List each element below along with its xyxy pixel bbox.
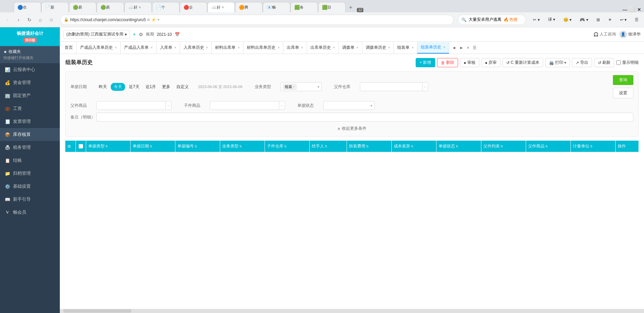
nav-tab-out-history[interactable]: 出库单历史 × [307,42,339,54]
search-bar[interactable]: 🔍 大量安卓用户逃离 🔥 热搜 [458,15,526,25]
sub-goods-more-btn[interactable]: ··· [279,101,285,110]
print-button[interactable]: 🖨️ 打印 ▾ [545,58,570,67]
nav-tab-close-4[interactable]: × [206,46,208,49]
browser-tab-9[interactable]: 🟠 腾 [235,2,263,12]
nav-tabs-left-arrow[interactable]: ◄ [451,45,457,51]
nav-tab-close-11[interactable]: × [412,46,414,49]
menu-btn[interactable]: ☰ [632,17,641,23]
back-button[interactable]: ‹ [3,15,12,25]
tab-close-8[interactable]: × [222,5,224,9]
calendar-icon[interactable]: 📅 [175,32,180,37]
parent-goods-field[interactable] [97,101,165,110]
note-input[interactable] [96,113,633,122]
close-window-button[interactable]: ✕ [637,7,641,12]
nav-tabs-more[interactable]: ☰ [471,45,478,51]
undo-btn[interactable]: ↩ ▾ [617,17,629,23]
nav-tabs-right-arrow[interactable]: ► [458,45,465,51]
th-bill-no[interactable]: 单据编号 ⇅ [175,141,220,152]
date-btn-7days[interactable]: 近7天 [126,83,142,91]
nav-tab-prod-in-history[interactable]: 产成品入库单历史 × [77,42,121,54]
service-button[interactable]: 🎧 人工咨询 [593,31,616,37]
browser-tab-2[interactable]: 📄 新 [41,2,69,12]
sidebar-item-archive[interactable]: 📁 归档管理 [0,167,60,180]
sidebar-item-guide[interactable]: 📖 新手引导 [0,193,60,206]
browser-tab-1[interactable]: 🔵 在 [14,2,41,12]
audit-button[interactable]: ● 审核 [460,58,479,67]
nav-tab-close-1[interactable]: × [115,46,117,49]
parent-warehouse-field[interactable] [360,83,422,91]
th-bill-date[interactable]: 单据日期 ⇅ [131,141,175,152]
sidebar-item-settings[interactable]: ⚙️ 基础设置 [0,180,60,193]
minimize-button[interactable]: — [622,7,627,12]
date-btn-1month[interactable]: 近1月 [143,83,159,91]
nav-tab-close-6[interactable]: × [278,46,280,49]
th-parent-goods[interactable]: 父件商品 ⇅ [526,141,571,152]
sidebar-item-inventory[interactable]: 📦 库存核算 [0,128,60,141]
emoji-btn[interactable]: 😊 ▾ [561,17,574,23]
nav-tab-mat-out[interactable]: 材料出库单 × [212,42,243,54]
browser-tab-4[interactable]: 🟢 易 [97,2,124,12]
nav-tab-close-8[interactable]: × [333,46,335,49]
browser-tab-12[interactable]: 🟩 目 [318,2,346,12]
nav-tab-close-3[interactable]: × [174,46,176,49]
nav-tab-close-9[interactable]: × [357,46,359,49]
nav-tab-close-2[interactable]: × [151,46,153,49]
abandon-button[interactable]: ● 弃审 [481,58,500,67]
th-checkbox[interactable] [76,141,86,152]
th-settings[interactable]: ⚙ [65,141,76,152]
refresh-button[interactable]: ↺ 刷新 [594,58,614,67]
sidebar-item-member[interactable]: V 畅会员 [0,206,60,219]
bookmark-button[interactable]: ☆ [46,15,56,25]
scroll-thumb[interactable] [63,309,132,313]
browser-tab-3[interactable]: 🟢 易 [69,2,96,12]
date-btn-today[interactable]: 今天 [111,83,125,91]
nav-tab-assembly[interactable]: 组装单 × [394,42,417,54]
show-detail-checkbox-label[interactable]: 显示明细 [616,60,639,66]
date-btn-custom[interactable]: 自定义 [174,83,191,91]
th-handler[interactable]: 经手人 ⇅ [310,141,347,152]
nav-tab-transfer[interactable]: 调拨单 × [339,42,362,54]
user-info[interactable]: 👤 徐泽华 [619,31,641,38]
browser-tab-6[interactable]: 📄 个 [152,2,179,12]
query-button[interactable]: 查询 [613,75,633,85]
nav-tab-prod-in[interactable]: 产成品入库单 × [121,42,157,54]
nav-tab-close-7[interactable]: × [301,46,303,49]
add-company-button[interactable]: + [133,31,136,38]
th-business-type[interactable]: 业务类型 ⇅ [220,141,265,152]
home-button[interactable]: ⌂ [36,15,45,25]
sub-goods-field[interactable] [210,101,279,110]
address-bar[interactable]: 🔒 https://cloud.chanjet.com/accounting/u… [60,15,454,25]
favorites-title[interactable]: ★ 收藏夹 [3,49,56,55]
th-unit[interactable]: 计量单位 ⇅ [571,141,616,152]
parent-warehouse-input[interactable]: ··· [360,82,428,91]
forward-button[interactable]: › [14,15,23,25]
company-selector[interactable]: (勿删勿禁用) 江西服宝测试专用 ▾ [63,30,130,39]
nav-tab-home[interactable]: 首页 [61,42,77,54]
nav-tab-close-5[interactable]: × [238,46,240,49]
sidebar-item-fixed-assets[interactable]: 🏢 固定资产 [0,89,60,102]
th-parent-list[interactable]: 父件列表 ⇅ [481,141,526,152]
nav-tab-in-history[interactable]: 入库单历史 × [180,42,212,54]
sun-btn[interactable]: ☀ [605,17,615,23]
business-type-select[interactable]: 组装 × ▾ [281,82,322,91]
nav-tab-assembly-history[interactable]: 组装单历史 × [417,42,449,54]
tab-close-5[interactable]: × [139,5,141,9]
sub-goods-input[interactable]: ··· [210,101,285,110]
th-bill-type[interactable]: 单据类型 ⇅ [86,141,131,152]
nav-tab-in[interactable]: 入库单 × [157,42,180,54]
scissors-btn[interactable]: ✂ ▾ [530,17,542,23]
horizontal-scrollbar[interactable] [60,309,644,313]
th-disassemble-fee[interactable]: 拆装费用 ⇅ [347,141,392,152]
sidebar-item-tax[interactable]: 🖨️ 税务管理 [0,141,60,154]
sidebar-item-reports[interactable]: 📊 云报表中心 [0,63,60,76]
recalculate-button[interactable]: ↺ C 重新计算成本 [502,58,543,67]
nav-tabs-close-all[interactable]: × [466,45,471,51]
sidebar-item-settle[interactable]: 📋 结账 [0,154,60,167]
translate-btn[interactable]: 译 ▾ [545,16,558,23]
th-sub-warehouse[interactable]: 子件仓库 ⇅ [265,141,310,152]
filter-settings-button[interactable]: 设置 [613,88,633,98]
maximize-button[interactable]: ⬜ [629,7,635,12]
show-detail-checkbox[interactable] [616,60,621,65]
nav-tab-close-12[interactable]: × [443,45,445,49]
delete-button[interactable]: 🗑 删除 [437,58,458,67]
